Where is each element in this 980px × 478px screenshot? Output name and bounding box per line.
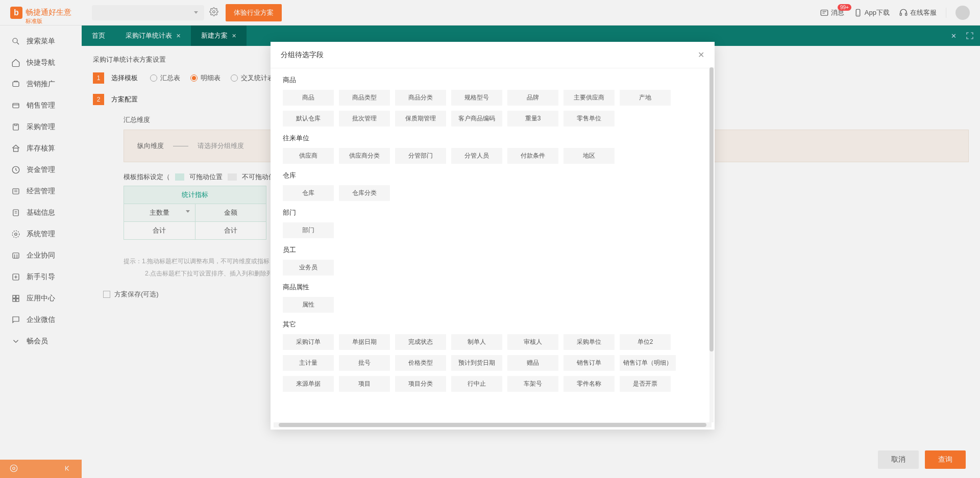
chip-row: 仓库仓库分类 bbox=[283, 185, 702, 201]
field-chip[interactable]: 制单人 bbox=[451, 334, 502, 350]
group-title: 仓库 bbox=[283, 171, 702, 180]
field-chip[interactable]: 主计量 bbox=[283, 355, 334, 371]
field-chip[interactable]: 规格型号 bbox=[451, 90, 502, 106]
field-chip[interactable]: 项目分类 bbox=[395, 376, 446, 392]
field-chip[interactable]: 预计到货日期 bbox=[451, 355, 502, 371]
field-chip[interactable]: 商品分类 bbox=[395, 90, 446, 106]
field-chip[interactable]: 批号 bbox=[339, 355, 390, 371]
field-chip[interactable]: 单据日期 bbox=[339, 334, 390, 350]
field-chip[interactable]: 保质期管理 bbox=[395, 111, 446, 127]
field-chip[interactable]: 车架号 bbox=[507, 376, 558, 392]
field-group: 往来单位供应商供应商分类分管部门分管人员付款条件地区 bbox=[283, 134, 702, 164]
field-chip[interactable]: 默认仓库 bbox=[283, 111, 334, 127]
field-chip[interactable]: 单位2 bbox=[620, 334, 671, 350]
field-chip[interactable]: 仓库分类 bbox=[339, 185, 390, 201]
modal-close-button[interactable]: ✕ bbox=[698, 50, 704, 60]
chip-row: 业务员 bbox=[283, 260, 702, 275]
field-chip[interactable]: 零售单位 bbox=[564, 111, 615, 127]
field-chip[interactable]: 业务员 bbox=[283, 260, 334, 275]
group-title: 往来单位 bbox=[283, 134, 702, 143]
field-chip[interactable]: 重量3 bbox=[507, 111, 558, 127]
field-chip[interactable]: 供应商分类 bbox=[339, 148, 390, 164]
field-chip[interactable]: 采购单位 bbox=[564, 334, 615, 350]
field-chip[interactable]: 客户商品编码 bbox=[451, 111, 502, 127]
field-group: 商品属性属性 bbox=[283, 283, 702, 313]
chip-row: 采购订单单据日期完成状态制单人审核人采购单位单位2主计量批号价格类型预计到货日期… bbox=[283, 334, 702, 392]
field-group: 员工业务员 bbox=[283, 245, 702, 275]
group-title: 商品属性 bbox=[283, 283, 702, 292]
field-chip[interactable]: 销售订单 bbox=[564, 355, 615, 371]
modal-body: 商品商品商品类型商品分类规格型号品牌主要供应商产地默认仓库批次管理保质期管理客户… bbox=[271, 68, 715, 430]
field-chip[interactable]: 付款条件 bbox=[507, 148, 558, 164]
chip-row: 属性 bbox=[283, 297, 702, 313]
field-chip[interactable]: 仓库 bbox=[283, 185, 334, 201]
modal-scrollbar-h[interactable] bbox=[274, 422, 712, 427]
field-group: 仓库仓库仓库分类 bbox=[283, 171, 702, 201]
field-chip[interactable]: 分管部门 bbox=[395, 148, 446, 164]
field-chip[interactable]: 赠品 bbox=[507, 355, 558, 371]
field-chip[interactable]: 产地 bbox=[620, 90, 671, 106]
field-chip[interactable]: 行中止 bbox=[451, 376, 502, 392]
group-title: 部门 bbox=[283, 208, 702, 217]
chip-row: 商品商品类型商品分类规格型号品牌主要供应商产地默认仓库批次管理保质期管理客户商品… bbox=[283, 90, 702, 127]
field-chip[interactable]: 属性 bbox=[283, 297, 334, 313]
group-title: 其它 bbox=[283, 320, 702, 329]
field-chip[interactable]: 是否开票 bbox=[620, 376, 671, 392]
field-chip[interactable]: 分管人员 bbox=[451, 148, 502, 164]
modal-head: 分组待选字段 ✕ bbox=[271, 42, 715, 68]
field-chip[interactable]: 批次管理 bbox=[339, 111, 390, 127]
modal-title: 分组待选字段 bbox=[281, 51, 324, 60]
group-title: 员工 bbox=[283, 245, 702, 255]
field-group: 其它采购订单单据日期完成状态制单人审核人采购单位单位2主计量批号价格类型预计到货… bbox=[283, 320, 702, 392]
field-chip[interactable]: 商品 bbox=[283, 90, 334, 106]
field-chip[interactable]: 部门 bbox=[283, 222, 334, 238]
chip-row: 供应商供应商分类分管部门分管人员付款条件地区 bbox=[283, 148, 702, 164]
field-chip[interactable]: 项目 bbox=[339, 376, 390, 392]
field-group: 商品商品商品类型商品分类规格型号品牌主要供应商产地默认仓库批次管理保质期管理客户… bbox=[283, 76, 702, 127]
field-chip[interactable]: 供应商 bbox=[283, 148, 334, 164]
field-chip[interactable]: 完成状态 bbox=[395, 334, 446, 350]
chip-row: 部门 bbox=[283, 222, 702, 238]
group-title: 商品 bbox=[283, 76, 702, 85]
field-chip[interactable]: 品牌 bbox=[507, 90, 558, 106]
field-chip[interactable]: 商品类型 bbox=[339, 90, 390, 106]
field-chip[interactable]: 零件名称 bbox=[564, 376, 615, 392]
field-chip[interactable]: 采购订单 bbox=[283, 334, 334, 350]
field-picker-modal: 分组待选字段 ✕ 商品商品商品类型商品分类规格型号品牌主要供应商产地默认仓库批次… bbox=[271, 42, 715, 430]
modal-scrollbar-v[interactable] bbox=[709, 67, 714, 422]
field-chip[interactable]: 销售订单（明细） bbox=[620, 355, 676, 371]
field-chip[interactable]: 审核人 bbox=[507, 334, 558, 350]
field-chip[interactable]: 来源单据 bbox=[283, 376, 334, 392]
field-chip[interactable]: 价格类型 bbox=[395, 355, 446, 371]
field-group: 部门部门 bbox=[283, 208, 702, 238]
field-chip[interactable]: 主要供应商 bbox=[564, 90, 615, 106]
field-chip[interactable]: 地区 bbox=[564, 148, 615, 164]
